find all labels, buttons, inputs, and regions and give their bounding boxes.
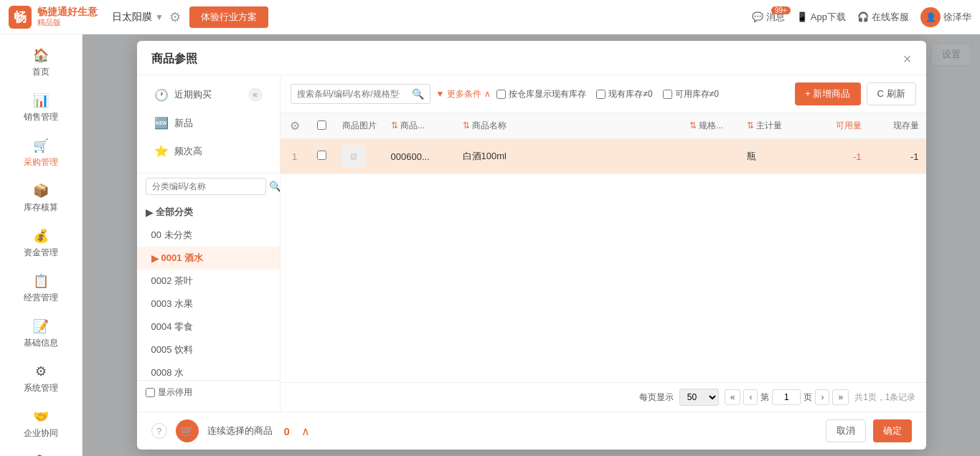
- sidebar-home-label: 首页: [32, 66, 50, 78]
- avatar-icon: 👤: [925, 12, 936, 22]
- topbar-right: 💬 消息 99+ 📱 App下载 🎧 在线客服 👤 徐泽华: [752, 7, 971, 27]
- sidebar-sales-label: 销售管理: [24, 111, 58, 123]
- column-settings-icon[interactable]: ⚙: [290, 120, 300, 132]
- more-filter-button[interactable]: ▼ 更多条件 ∧: [436, 88, 491, 100]
- store-dropdown[interactable]: 日太阳膜 ▼: [112, 11, 164, 24]
- app-download-label: App下载: [811, 11, 846, 24]
- modal-close-button[interactable]: ×: [903, 51, 912, 67]
- row-name: 白酒100ml: [463, 151, 507, 161]
- add-product-button[interactable]: + 新增商品: [795, 82, 860, 105]
- customer-service-nav[interactable]: 🎧 在线客服: [857, 11, 909, 24]
- last-page-button[interactable]: »: [832, 389, 849, 405]
- category-beverage-item[interactable]: 0005 饮料: [137, 338, 280, 361]
- recent-label: 近期购买: [174, 88, 212, 101]
- sidebar-item-system[interactable]: ⚙ 系统管理: [0, 356, 82, 402]
- purchase-icon: 🛒: [33, 138, 49, 153]
- system-icon: ⚙: [35, 364, 47, 379]
- category-tea-item[interactable]: 0002 茶叶: [137, 270, 280, 293]
- product-code-col-header[interactable]: ⇅ 商品...: [384, 113, 456, 139]
- divider: [137, 173, 280, 174]
- star-icon: ⭐: [154, 144, 169, 158]
- row-image-cell: 🖼: [335, 139, 384, 174]
- sidebar-item-guide[interactable]: 📚 新手引导: [0, 447, 82, 456]
- row-avail-cell: -1: [797, 139, 869, 174]
- current-stock-checkbox[interactable]: 现有库存≠0: [596, 88, 652, 100]
- footer-collapse-icon[interactable]: ∧: [301, 424, 310, 438]
- sidebar-item-inventory[interactable]: 📦 库存核算: [0, 176, 82, 221]
- category-fruit-item[interactable]: 0003 水果: [137, 293, 280, 315]
- user-nav[interactable]: 👤 徐泽华: [920, 7, 971, 27]
- settings-icon[interactable]: ⚙: [169, 9, 181, 25]
- category-search-input[interactable]: [146, 178, 266, 195]
- table-row[interactable]: 1 🖼: [281, 139, 926, 174]
- category-water-item[interactable]: 0008 水: [137, 361, 280, 380]
- available-stock-checkbox[interactable]: 可用库存≠0: [663, 88, 719, 100]
- prev-page-button[interactable]: ‹: [743, 389, 758, 405]
- filter-label: 更多条件: [447, 88, 481, 100]
- sidebar-item-purchase[interactable]: 🛒 采购管理: [0, 130, 82, 176]
- app-download-nav[interactable]: 📱 App下载: [796, 11, 846, 24]
- current-stock-input[interactable]: [596, 90, 606, 99]
- right-toolbar: 🔍 ▼ 更多条件 ∧ 按仓库显示现有库存: [281, 75, 926, 113]
- product-thumbnail: 🖼: [342, 145, 365, 168]
- product-unit-col-header[interactable]: ⇅ 主计量: [740, 113, 797, 139]
- first-page-button[interactable]: «: [725, 389, 741, 405]
- enterprise-icon: 🤝: [33, 409, 49, 424]
- category-liquor-item[interactable]: ▶ 0001 酒水: [137, 247, 280, 270]
- category-all-item[interactable]: ▶ 全部分类: [137, 201, 280, 224]
- question-icon: ?: [156, 426, 161, 437]
- service-label: 在线客服: [872, 11, 909, 24]
- sidebar-enterprise-label: 企业协同: [24, 427, 58, 440]
- page-number-input[interactable]: [772, 389, 801, 405]
- headset-icon: 🎧: [857, 11, 869, 22]
- modal-title: 商品参照: [151, 52, 197, 67]
- category-uncategorized-item[interactable]: 00 未分类: [137, 224, 280, 247]
- cat-snack-label: 0004 零食: [151, 320, 194, 333]
- sidebar-item-home[interactable]: 🏠 首页: [0, 40, 82, 85]
- product-search-input[interactable]: [291, 85, 406, 103]
- cat-all-label: 全部分类: [156, 206, 193, 219]
- try-industry-button[interactable]: 体验行业方案: [189, 6, 268, 28]
- recent-purchases-item[interactable]: 🕐 近期购买 «: [146, 82, 271, 107]
- sidebar-item-sales[interactable]: 📊 销售管理: [0, 85, 82, 130]
- sidebar-item-basic[interactable]: 📝 基础信息: [0, 311, 82, 356]
- available-stock-input[interactable]: [663, 90, 672, 99]
- refresh-button[interactable]: C 刷新: [867, 82, 916, 105]
- page-nav: « ‹ 第 页 › »: [725, 389, 849, 405]
- help-button[interactable]: ?: [151, 423, 167, 439]
- sidebar-item-finance[interactable]: 💰 资金管理: [0, 221, 82, 266]
- content-area: 查询 刷新 设置 商品参照 × 🕐: [83, 34, 980, 456]
- sidebar-item-operations[interactable]: 📋 经营管理: [0, 266, 82, 311]
- logo-icon: 畅: [9, 6, 32, 29]
- new-products-item[interactable]: 🆕 新品: [146, 111, 271, 135]
- show-disabled-input[interactable]: [146, 388, 155, 397]
- next-page-button[interactable]: ›: [815, 389, 829, 405]
- cancel-button[interactable]: 取消: [826, 419, 866, 442]
- row-code: 000600...: [391, 151, 430, 162]
- row-checkbox[interactable]: [317, 151, 326, 160]
- show-disabled-checkbox[interactable]: 显示停用: [146, 386, 192, 399]
- confirm-button[interactable]: 确定: [873, 419, 912, 442]
- product-name-col-header[interactable]: ⇅ 商品名称: [456, 113, 682, 139]
- product-search-button[interactable]: 🔍: [406, 85, 430, 103]
- page-total: 共1页，1条记录: [854, 391, 915, 404]
- page-size-select[interactable]: 50 10 20 100: [679, 389, 719, 406]
- warehouse-stock-checkbox[interactable]: 按仓库显示现有库存: [496, 88, 586, 100]
- sidebar-system-label: 系统管理: [24, 382, 58, 394]
- sort-icon: ⇅: [391, 120, 398, 130]
- product-spec-col-header[interactable]: ⇅ 规格...: [682, 113, 740, 139]
- category-snack-item[interactable]: 0004 零食: [137, 315, 280, 338]
- left-collapse-button[interactable]: «: [248, 87, 263, 102]
- frequent-item[interactable]: ⭐ 频次高: [146, 139, 271, 163]
- filter-arrow-icon: ∧: [484, 89, 491, 99]
- sidebar-item-enterprise[interactable]: 🤝 企业协同: [0, 402, 82, 447]
- home-icon: 🏠: [33, 47, 49, 63]
- select-all-checkbox[interactable]: [317, 120, 326, 130]
- cart-button[interactable]: 🛒: [176, 419, 199, 442]
- category-search-icon[interactable]: 🔍: [269, 181, 281, 192]
- product-table: ⚙ 商品图片: [281, 113, 926, 174]
- filter-icon: ▼: [436, 89, 445, 99]
- message-nav[interactable]: 💬 消息 99+: [752, 11, 785, 24]
- warehouse-stock-input[interactable]: [496, 90, 506, 99]
- sidebar: 🏠 首页 📊 销售管理 🛒 采购管理 📦 库存核算 💰 资金管理 📋 经营管理 …: [0, 34, 83, 456]
